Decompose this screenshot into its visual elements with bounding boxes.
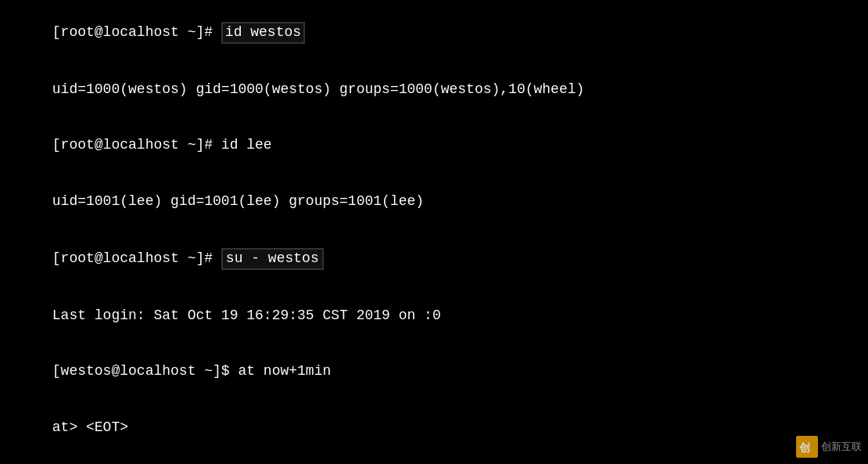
terminal-text: [root@localhost ~]# [52,24,221,40]
terminal-line: [westos@localhost ~]$ at now+1min [2,344,868,400]
terminal-text: at> <EOT> [52,419,128,435]
terminal-text: uid=1001(lee) gid=1001(lee) groups=1001(… [52,193,424,209]
terminal-line: [root@localhost ~]# id westos [2,3,868,62]
terminal-content: [root@localhost ~]# id westos uid=1000(w… [2,3,868,464]
cmd-box-1: id westos [221,22,305,44]
terminal-text: [westos@localhost ~]$ at now+1min [52,363,331,379]
terminal-line: [root@localhost ~]# id lee [2,118,868,174]
terminal-text: [root@localhost ~]# [52,250,221,266]
terminal-line: job 4 at Sun Oct 20 17:11:00 2019 [2,455,868,464]
watermark-logo-icon: 创 [796,436,818,458]
terminal-text: Last login: Sat Oct 19 16:29:35 CST 2019… [52,308,441,323]
watermark: 创 创新互联 [796,436,862,458]
watermark-text: 创新互联 [821,440,862,454]
svg-text:创: 创 [798,441,810,454]
terminal-window: [root@localhost ~]# id westos uid=1000(w… [0,0,868,464]
terminal-line: uid=1000(westos) gid=1000(westos) groups… [2,62,868,117]
terminal-text: [root@localhost ~]# id lee [52,137,272,153]
watermark-icon: 创 [796,436,818,458]
terminal-line: at> <EOT> [2,400,868,455]
terminal-line: uid=1001(lee) gid=1001(lee) groups=1001(… [2,174,868,229]
cmd-box-su-westos: su - westos [221,248,324,270]
terminal-line: [root@localhost ~]# su - westos [2,229,868,288]
terminal-line: Last login: Sat Oct 19 16:29:35 CST 2019… [2,288,868,344]
terminal-text: uid=1000(westos) gid=1000(westos) groups… [52,81,585,97]
